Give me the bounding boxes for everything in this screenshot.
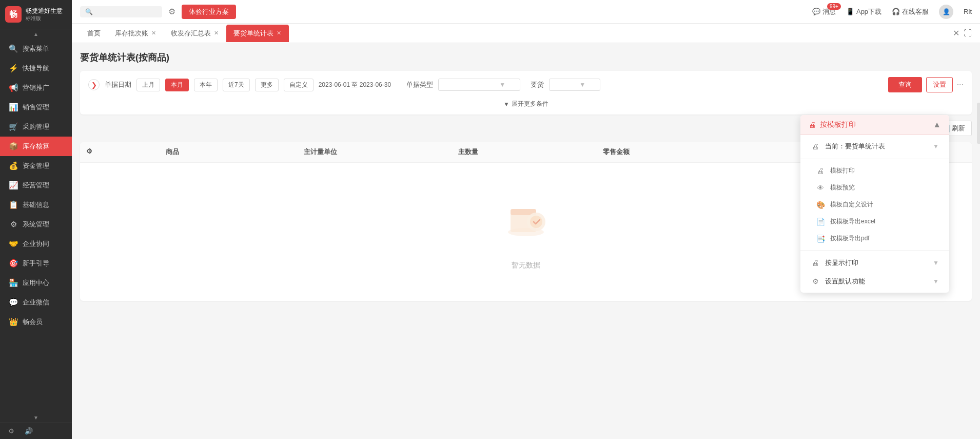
tab-order-stats[interactable]: 要货单统计表 ✕	[226, 25, 289, 42]
sales-icon: 📊	[8, 103, 18, 112]
tab-home[interactable]: 首页	[80, 25, 108, 42]
sidebar-item-inventory[interactable]: 📦 库存核算	[0, 137, 72, 156]
search-nav-icon: 🔍	[8, 44, 18, 53]
current-template-arrow: ▼	[933, 143, 939, 150]
sidebar-item-operation[interactable]: 📈 经营管理	[0, 176, 72, 195]
menu-item-template-preview[interactable]: 👁 模板预览	[800, 179, 949, 196]
download-icon: 📱	[846, 8, 854, 15]
user-avatar[interactable]: 👤	[939, 5, 953, 19]
th-checkbox: ⚙	[80, 147, 99, 157]
trial-button[interactable]: 体验行业方案	[182, 5, 236, 19]
menu-item-template-pdf[interactable]: 📑 按模板导出pdf	[800, 230, 949, 247]
template-custom-label: 模板自定义设计	[830, 200, 873, 209]
filter-card: ❯ 单据日期 上月 本月 本年 近7天 更多 自定义 2023-06-01 至 …	[80, 71, 972, 114]
settings-gear-icon[interactable]: ⚙	[168, 7, 175, 16]
sidebar-scroll-down[interactable]: ▼	[0, 413, 72, 423]
inventory-icon: 📦	[8, 142, 18, 151]
set-default-arrow: ▼	[933, 278, 939, 285]
close-window-icon[interactable]: ✕	[953, 28, 959, 38]
template-print-icon: 🖨	[816, 167, 825, 175]
header-right: 💬 消息 99+ 📱 App下载 🎧 在线客服 👤 Rit	[812, 5, 972, 19]
chevron-up-icon[interactable]: ▲	[933, 120, 941, 129]
sidebar-item-appstore[interactable]: 🏪 应用中心	[0, 273, 72, 293]
sidebar-item-enterprise[interactable]: 🤝 企业协同	[0, 234, 72, 254]
logo-text: 畅捷通好生意 标准版	[26, 7, 63, 22]
tab-label: 库存批次账	[115, 29, 148, 38]
more-options-icon[interactable]: ···	[957, 80, 964, 89]
sidebar-item-label: 资金管理	[23, 161, 49, 170]
template-pdf-label: 按模板导出pdf	[830, 234, 870, 243]
online-service-button[interactable]: 🎧 在线客服	[892, 7, 929, 16]
sidebar-item-system[interactable]: ⚙ 系统管理	[0, 215, 72, 234]
sidebar-item-search[interactable]: 🔍 搜索菜单	[0, 39, 72, 59]
settings-col-icon[interactable]: ⚙	[86, 147, 92, 155]
wechat-icon: 💬	[8, 298, 18, 307]
empty-text: 暂无数据	[512, 261, 540, 270]
expand-conditions-button[interactable]: ▼ 展开更多条件	[503, 100, 548, 108]
date-btn-last7days[interactable]: 近7天	[223, 79, 250, 91]
tabs-bar: 首页 库存批次账 ✕ 收发存汇总表 ✕ 要货单统计表 ✕ ✕ ⛶	[72, 24, 980, 43]
settings-button[interactable]: 设置	[926, 77, 953, 92]
goods-dropdown[interactable]: ▼	[549, 79, 600, 91]
th-quantity: 主数量	[395, 147, 542, 157]
sidebar-item-guide[interactable]: 🎯 新手引导	[0, 254, 72, 273]
finance-icon: 💰	[8, 161, 18, 170]
date-filter-label: 单据日期	[105, 80, 131, 89]
date-btn-current-year[interactable]: 本年	[194, 79, 218, 91]
maximize-window-icon[interactable]: ⛶	[964, 29, 972, 38]
dropdown-arrow-icon: ▼	[499, 81, 505, 88]
query-button[interactable]: 查询	[888, 77, 922, 92]
logo-icon: 畅	[5, 6, 22, 23]
filter-expand-btn[interactable]: ❯	[88, 79, 100, 90]
sidebar-item-quick-nav[interactable]: ⚡ 快捷导航	[0, 59, 72, 78]
current-template-item[interactable]: 🖨 当前：要货单统计表 ▼	[800, 137, 949, 156]
sidebar-scroll-up[interactable]: ▲	[0, 29, 72, 39]
expand-label: 展开更多条件	[512, 100, 548, 108]
sidebar-item-member[interactable]: 👑 畅会员	[0, 312, 72, 332]
svg-point-4	[530, 216, 542, 228]
sidebar-item-wechat[interactable]: 💬 企业微信	[0, 293, 72, 312]
messages-button[interactable]: 💬 消息 99+	[812, 7, 836, 16]
tab-close-icon[interactable]: ✕	[277, 30, 281, 36]
user-name: Rit	[964, 8, 972, 15]
marketing-icon: 📢	[8, 83, 18, 92]
template-preview-label: 模板预览	[830, 183, 855, 192]
audio-footer-icon[interactable]: 🔊	[25, 427, 33, 435]
date-btn-prev-month[interactable]: 上月	[136, 79, 160, 91]
resize-handle[interactable]	[977, 103, 980, 144]
date-btn-more[interactable]: 更多	[255, 79, 279, 91]
menu-item-template-print[interactable]: 🖨 模板打印	[800, 162, 949, 179]
sidebar-item-basic[interactable]: 📋 基础信息	[0, 195, 72, 215]
set-default-item[interactable]: ⚙ 设置默认功能 ▼	[800, 272, 949, 291]
app-download-button[interactable]: 📱 App下载	[846, 7, 881, 16]
sidebar-item-label: 系统管理	[23, 220, 49, 229]
print-menu-header-controls: ▲	[933, 120, 941, 129]
sidebar-item-marketing[interactable]: 📢 营销推广	[0, 78, 72, 98]
sidebar-item-finance[interactable]: 💰 资金管理	[0, 156, 72, 176]
goods-dropdown-arrow: ▼	[579, 81, 585, 88]
template-excel-label: 按模板导出excel	[830, 217, 875, 226]
date-btn-custom[interactable]: 自定义	[284, 79, 313, 91]
menu-item-template-custom[interactable]: 🎨 模板自定义设计	[800, 196, 949, 213]
sidebar-item-label: 企业微信	[23, 298, 49, 307]
tab-inventory-batch[interactable]: 库存批次账 ✕	[108, 25, 164, 42]
quick-nav-icon: ⚡	[8, 64, 18, 73]
menu-item-template-excel[interactable]: 📄 按模板导出excel	[800, 213, 949, 230]
th-unit: 主计量单位	[246, 147, 394, 157]
display-print-item[interactable]: 🖨 按显示打印 ▼	[800, 254, 949, 272]
tab-receipt-summary[interactable]: 收发存汇总表 ✕	[164, 25, 226, 42]
basic-icon: 📋	[8, 200, 18, 209]
empty-illustration	[500, 194, 552, 255]
tab-close-icon[interactable]: ✕	[214, 30, 219, 36]
sidebar-item-sales[interactable]: 📊 销售管理	[0, 98, 72, 117]
sidebar-item-label: 采购管理	[23, 122, 49, 131]
settings-footer-icon[interactable]: ⚙	[8, 427, 14, 435]
template-excel-icon: 📄	[816, 218, 825, 226]
date-btn-current-month[interactable]: 本月	[165, 79, 189, 91]
tab-close-icon[interactable]: ✕	[151, 30, 156, 36]
header-search-box[interactable]: 🔍	[80, 6, 162, 17]
sidebar-item-label: 新手引导	[23, 259, 49, 268]
order-type-dropdown[interactable]: ▼	[438, 79, 520, 91]
sidebar-item-purchase[interactable]: 🛒 采购管理	[0, 117, 72, 137]
display-print-arrow: ▼	[933, 259, 939, 266]
